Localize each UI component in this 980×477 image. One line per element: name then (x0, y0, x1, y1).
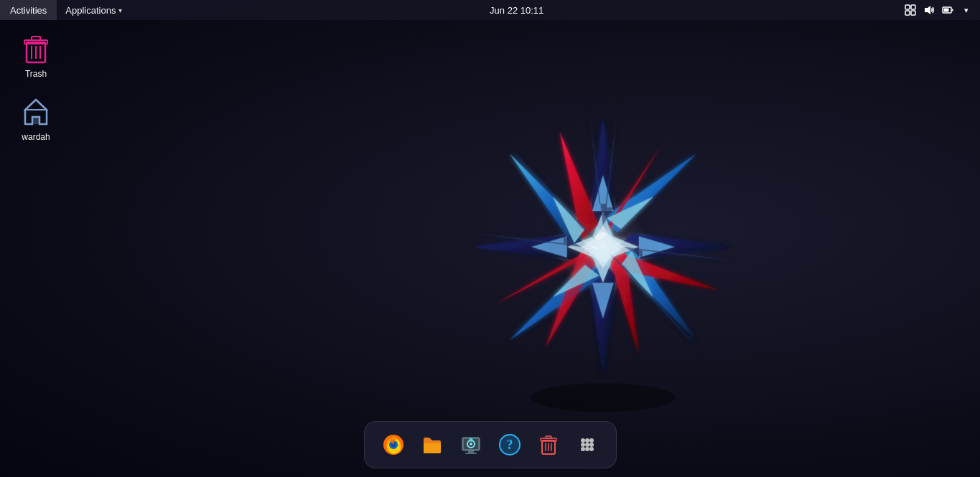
svg-point-71 (581, 438, 585, 443)
svg-rect-67 (546, 436, 551, 438)
wardah-icon-image (19, 95, 53, 129)
svg-rect-35 (905, 5, 910, 9)
dock: ? (364, 421, 617, 468)
desktop-icons-area: Trash wardah (7, 27, 65, 146)
trash-dock-icon (537, 433, 560, 456)
dock-item-files[interactable] (415, 428, 449, 462)
trash-icon-label: Trash (25, 69, 47, 79)
svg-point-75 (585, 443, 589, 447)
help-icon: ? (498, 433, 521, 456)
svg-rect-36 (911, 5, 915, 9)
topbar: Activities Applications ▾ Jun 22 10:11 (0, 0, 980, 20)
battery-icon[interactable] (940, 2, 956, 18)
dock-item-firefox[interactable] (376, 428, 411, 462)
svg-point-79 (589, 447, 594, 451)
svg-rect-38 (911, 11, 915, 15)
dock-item-apps[interactable] (570, 428, 605, 462)
svg-rect-41 (952, 9, 953, 11)
desktop-wallpaper-art (401, 46, 803, 448)
svg-point-34 (531, 383, 674, 412)
wardah-icon-label: wardah (22, 132, 50, 142)
screenshot-icon (459, 433, 482, 456)
svg-point-78 (585, 447, 589, 451)
svg-point-73 (589, 438, 594, 443)
screen-layout-icon[interactable] (902, 2, 918, 18)
topbar-left: Activities Applications ▾ (0, 0, 131, 20)
svg-rect-37 (905, 11, 910, 15)
activities-button[interactable]: Activities (0, 0, 57, 20)
files-icon (421, 433, 444, 456)
apps-grid-icon (576, 433, 599, 456)
topbar-clock: Jun 22 10:11 (131, 5, 902, 16)
svg-point-72 (585, 438, 589, 443)
system-menu-arrow[interactable]: ▾ (958, 2, 974, 18)
svg-text:?: ? (506, 438, 513, 452)
applications-menu[interactable]: Applications ▾ (57, 0, 131, 20)
svg-marker-39 (925, 6, 930, 14)
dock-item-trash[interactable] (531, 428, 566, 462)
applications-label: Applications (65, 5, 116, 16)
dock-item-screenshot[interactable] (454, 428, 488, 462)
svg-point-74 (581, 443, 585, 447)
svg-rect-61 (465, 453, 477, 454)
svg-marker-50 (25, 100, 47, 110)
firefox-icon (382, 433, 405, 456)
svg-rect-60 (468, 450, 474, 453)
svg-point-76 (589, 443, 594, 447)
svg-rect-51 (33, 118, 39, 124)
datetime-display: Jun 22 10:11 (490, 5, 543, 16)
svg-point-33 (545, 189, 660, 304)
dock-item-help[interactable]: ? (493, 428, 527, 462)
volume-icon[interactable] (921, 2, 937, 18)
applications-dropdown-arrow: ▾ (118, 6, 122, 14)
wardah-icon-desktop[interactable]: wardah (7, 90, 65, 146)
trash-icon-image (19, 32, 53, 66)
svg-point-59 (470, 443, 472, 445)
trash-icon-desktop[interactable]: Trash (7, 27, 65, 83)
svg-rect-42 (944, 9, 949, 12)
dropdown-arrow-icon: ▾ (964, 6, 969, 15)
svg-point-77 (581, 447, 585, 451)
svg-rect-45 (32, 37, 40, 40)
topbar-right: ▾ (902, 2, 980, 18)
